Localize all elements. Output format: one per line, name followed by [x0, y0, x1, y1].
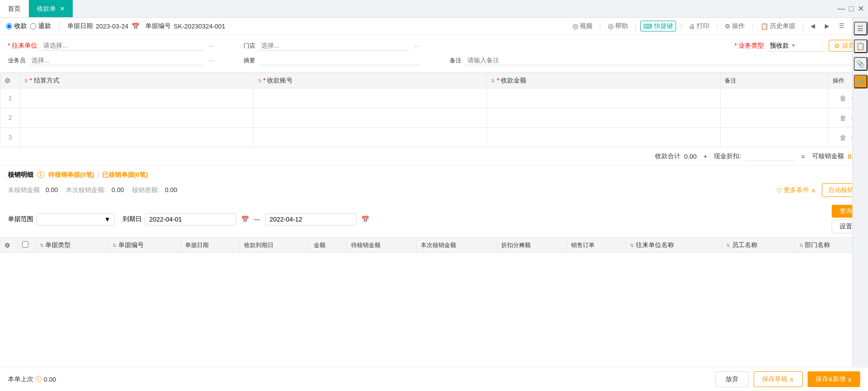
date-from-input[interactable]	[145, 213, 236, 225]
th-amount[interactable]: ⇅ * 收款金额	[487, 73, 721, 88]
action-btn[interactable]: ⚙ 操作	[722, 21, 748, 31]
toolbar: 收款 退款 单据日期 2023-03-24 📅 单据编号 SK-20230324…	[0, 18, 868, 35]
business-type-select[interactable]: 预收款 ▼	[767, 40, 826, 52]
shortcut-btn[interactable]: ⌨ 快捷键	[640, 21, 676, 31]
total-value: 0.00	[684, 153, 697, 160]
date-to-calendar-icon[interactable]: 📅	[361, 216, 369, 223]
counterparty-more-icon[interactable]: ···	[208, 42, 214, 50]
print-btn[interactable]: 🖨 打印	[686, 21, 712, 31]
tab-close-icon[interactable]: ✕	[60, 5, 65, 12]
date-to-input[interactable]	[265, 213, 356, 225]
cell-account-3[interactable]	[253, 128, 487, 147]
cell-settlement-1[interactable]	[20, 88, 254, 108]
verify-title: 核销明细 i 待核销单据(0笔) | 已核销单据(0笔)	[8, 170, 860, 179]
help-icon: ◎	[608, 22, 614, 30]
verify-info-icon[interactable]: i	[37, 171, 44, 178]
cell-remark-1[interactable]	[721, 88, 829, 108]
close-icon[interactable]: ✕	[858, 4, 864, 13]
bth-gear[interactable]: ⚙	[0, 238, 18, 253]
cell-remark-2[interactable]	[721, 108, 829, 128]
summary-input[interactable]	[258, 56, 420, 65]
radio-receipt-input[interactable]	[6, 23, 12, 29]
history-btn[interactable]: 📋 历史单据	[758, 21, 798, 31]
cell-remark-3[interactable]	[721, 128, 829, 147]
diff-value: 0.00	[165, 186, 177, 194]
verify-title-text: 核销明细	[8, 170, 33, 179]
cell-amount-2[interactable]	[487, 108, 721, 128]
th-account[interactable]: ⇅ * 收款账号	[253, 73, 487, 88]
remark-input[interactable]	[464, 56, 860, 65]
verify-tab-pending[interactable]: 待核销单据(0笔)	[48, 170, 94, 179]
cell-amount-3[interactable]	[487, 128, 721, 147]
right-panel-btn4[interactable]: 🔗	[854, 75, 868, 88]
cell-settlement-3[interactable]	[20, 128, 254, 147]
cell-amount-1[interactable]	[487, 88, 721, 108]
more-conditions-btn[interactable]: ▽ 更多条件 ∧	[777, 186, 816, 195]
video-icon: ◎	[572, 22, 578, 30]
list-view-btn[interactable]: ☰	[836, 22, 847, 30]
table-gear-icon[interactable]: ⚙	[4, 77, 11, 84]
bth-discount: 折扣分摊额	[497, 238, 567, 253]
th-settings: ⚙	[0, 73, 20, 88]
salesperson-field: 业务员 ···	[8, 56, 214, 65]
radio-refund[interactable]: 退款	[30, 22, 51, 30]
tab-home-label: 首页	[8, 4, 21, 13]
cell-settlement-2[interactable]	[20, 108, 254, 128]
th-settlement[interactable]: ⇅ * 结算方式	[20, 73, 254, 88]
right-panel-btn1[interactable]: ☰	[854, 22, 868, 35]
prev-btn[interactable]: ◀	[808, 22, 818, 30]
delete-row-2-btn[interactable]: 🗑	[839, 113, 847, 123]
calendar-icon[interactable]: 📅	[132, 23, 139, 30]
right-panel-btn2[interactable]: 📋	[854, 39, 868, 53]
bth-date: 单据日期	[181, 238, 240, 253]
current-stat: 本次核销金额: 0.00	[66, 186, 124, 195]
bottom-table: ⚙ ⇅ 单据类型 ⇅ 单据编号 单据日期 收款到期日 金额	[0, 237, 868, 253]
date-label: 单据日期	[67, 22, 93, 30]
video-btn[interactable]: ◎ 视频	[570, 21, 596, 31]
range-select[interactable]: ▼	[36, 213, 115, 225]
verify-tab-done[interactable]: 已核销单据(0笔)	[102, 170, 148, 179]
history-icon: 📋	[760, 23, 768, 30]
range-chevron-icon: ▼	[104, 216, 110, 223]
footer-info-icon[interactable]: ⓘ	[35, 375, 42, 384]
tab-home[interactable]: 首页	[0, 0, 29, 17]
counterparty-label: * 往来单位	[8, 41, 37, 50]
save-draft-btn[interactable]: 保存草稿 ∧	[754, 371, 803, 387]
next-btn[interactable]: ▶	[822, 22, 832, 30]
counterparty-field: * 往来单位 ···	[8, 41, 214, 51]
verify-section: 核销明细 i 待核销单据(0笔) | 已核销单据(0笔) 未核销金额 0.00 …	[0, 166, 868, 237]
right-panel-btn3[interactable]: 📎	[854, 57, 868, 71]
store-more-icon[interactable]: ···	[414, 42, 420, 50]
delete-row-1-btn[interactable]: 🗑	[839, 93, 847, 103]
cell-account-1[interactable]	[253, 88, 487, 108]
total-label: 收款合计	[655, 152, 680, 161]
select-all-checkbox[interactable]	[22, 241, 28, 248]
bth-type[interactable]: ⇅ 单据类型	[36, 238, 108, 253]
delete-row-3-btn[interactable]: 🗑	[839, 133, 847, 142]
filter-icon: ▽	[777, 187, 782, 194]
bottom-table-gear-icon[interactable]: ⚙	[4, 242, 10, 249]
salesperson-more-icon[interactable]: ···	[208, 56, 214, 64]
cell-account-2[interactable]	[253, 108, 487, 128]
bth-number[interactable]: ⇅ 单据编号	[108, 238, 181, 253]
date-from-calendar-icon[interactable]: 📅	[241, 216, 249, 223]
bth-employee[interactable]: ⇅ 员工名称	[722, 238, 795, 253]
counterparty-input[interactable]	[40, 41, 203, 51]
table-row: 1 🗑 ⊕	[0, 88, 868, 108]
minimize-icon[interactable]: —	[837, 4, 845, 13]
tab-receipt[interactable]: 收款单 ✕	[29, 0, 73, 17]
store-input[interactable]	[258, 41, 409, 51]
maximize-icon[interactable]: □	[849, 4, 854, 13]
salesperson-input[interactable]	[28, 56, 203, 65]
radio-refund-input[interactable]	[30, 23, 36, 29]
window-controls: — □ ✕	[833, 4, 868, 13]
table-header-row: ⚙ ⇅ * 结算方式 ⇅ * 收款账号 ⇅ * 收款	[0, 73, 868, 88]
gear-icon: ⚙	[834, 42, 840, 50]
remark-label: 备注	[450, 56, 461, 65]
bth-counterparty[interactable]: ⇅ 往来单位名称	[626, 238, 722, 253]
radio-receipt[interactable]: 收款	[6, 22, 27, 30]
save-new-btn[interactable]: 保存&新增 ∧	[808, 371, 860, 387]
help-btn[interactable]: ◎ 帮助	[605, 21, 631, 31]
discount-input[interactable]	[745, 151, 794, 161]
discard-btn[interactable]: 放弃	[715, 371, 749, 387]
